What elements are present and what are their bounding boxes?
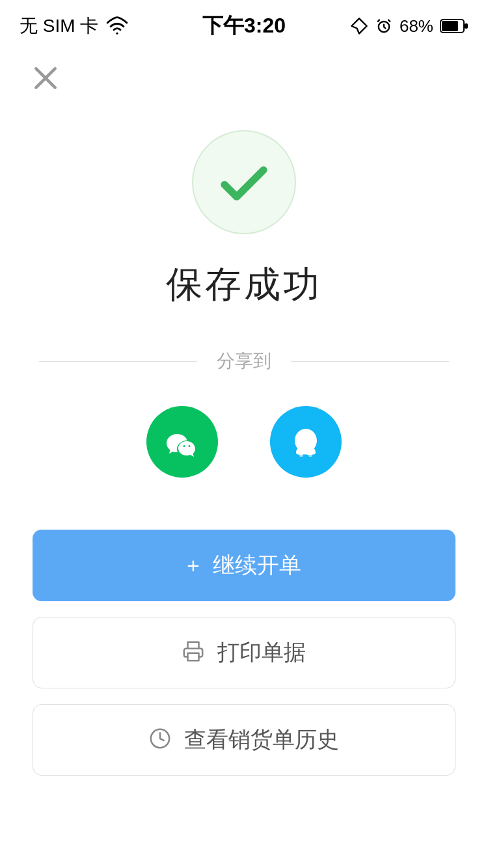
share-label: 分享到 xyxy=(197,349,291,373)
success-icon-circle xyxy=(192,130,296,234)
no-sim-label: 无 SIM 卡 xyxy=(20,14,98,38)
share-qq-button[interactable] xyxy=(270,406,342,478)
share-divider: 分享到 xyxy=(0,349,488,373)
svg-point-8 xyxy=(178,441,181,443)
checkmark-icon xyxy=(215,153,273,211)
battery-icon xyxy=(440,17,468,35)
wifi-icon xyxy=(106,15,128,37)
status-right: 68% xyxy=(350,16,468,36)
wechat-icon xyxy=(161,421,203,463)
close-button[interactable] xyxy=(26,59,65,98)
svg-point-0 xyxy=(116,33,118,34)
status-left: 无 SIM 卡 xyxy=(20,14,128,38)
print-button[interactable]: 打印单据 xyxy=(33,617,455,688)
share-wechat-button[interactable] xyxy=(146,406,218,478)
continue-label: 继续开单 xyxy=(213,550,301,580)
svg-rect-3 xyxy=(465,23,468,29)
print-label: 打印单据 xyxy=(217,638,306,668)
printer-icon xyxy=(182,640,204,666)
battery-percent: 68% xyxy=(400,16,433,36)
continue-button[interactable]: + 继续开单 xyxy=(33,530,455,601)
svg-point-10 xyxy=(308,454,312,457)
status-time: 下午3:20 xyxy=(202,12,286,40)
alarm-icon xyxy=(375,17,393,35)
svg-point-7 xyxy=(173,441,176,443)
plus-icon: + xyxy=(187,554,200,576)
svg-rect-11 xyxy=(188,653,199,660)
qq-icon xyxy=(285,421,327,463)
status-bar: 无 SIM 卡 下午3:20 68% xyxy=(0,0,488,52)
clock-icon xyxy=(149,727,171,753)
main-content: 保存成功 分享到 + 继续开单 xyxy=(0,52,488,776)
history-button[interactable]: 查看销货单历史 xyxy=(33,704,455,776)
history-label: 查看销货单历史 xyxy=(184,725,339,755)
svg-rect-4 xyxy=(442,21,458,31)
svg-point-9 xyxy=(299,454,303,457)
location-icon xyxy=(350,17,368,35)
share-icons-row xyxy=(146,406,342,478)
action-buttons: + 继续开单 打印单据 查看销货单历史 xyxy=(0,530,488,776)
success-title: 保存成功 xyxy=(166,260,322,310)
